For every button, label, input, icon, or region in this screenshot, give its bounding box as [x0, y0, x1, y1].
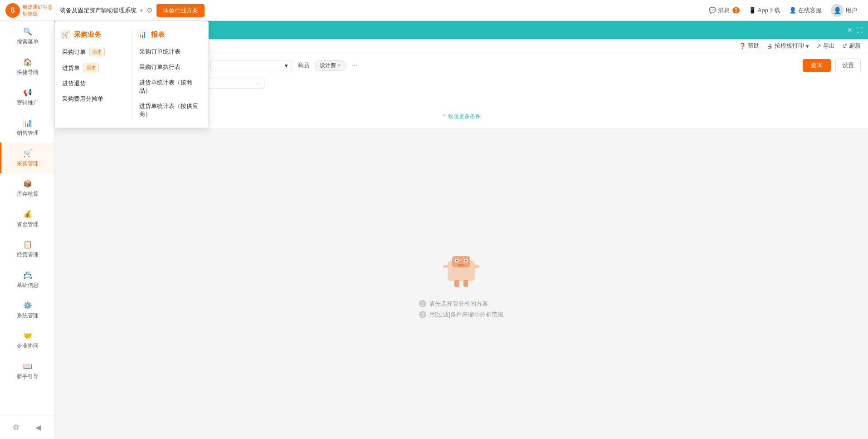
empty-illustration [439, 247, 484, 292]
system-icon: ⚙️ [23, 300, 33, 310]
status-placeholder [215, 62, 282, 69]
goods-dots[interactable]: ··· [351, 61, 357, 69]
top-bar-title-area: 装备及固定资产辅助管理系统 ▾ ⚙ 体验行业方案 [60, 4, 709, 17]
help-action[interactable]: ❓ 帮助 [739, 42, 760, 50]
sidebar-item-operations[interactable]: 📋 经营管理 [0, 234, 54, 264]
svg-rect-6 [458, 264, 465, 266]
sidebar-item-label: 经营管理 [17, 251, 39, 259]
menu-item-goods-stats-by-supplier[interactable]: 进货单统计表（按供应商） [137, 99, 203, 122]
logo-text: 畅捷通好生意 标准版 [23, 4, 53, 17]
cooperation-icon: 🤝 [23, 330, 33, 340]
logo-area: 6 畅捷通好生意 标准版 [5, 3, 60, 18]
export-action[interactable]: ↗ 导出 [816, 42, 835, 50]
sidebar-bottom: ⚙ ◀ [0, 415, 54, 439]
export-icon: ↗ [816, 43, 821, 49]
top-bar: 6 畅捷通好生意 标准版 装备及固定资产辅助管理系统 ▾ ⚙ 体验行业方案 💬 … [0, 0, 868, 21]
avatar: 👤 [831, 4, 844, 17]
basic-info-icon: 📇 [23, 270, 33, 280]
system-title: 装备及固定资产辅助管理系统 [60, 6, 137, 15]
title-dropdown-arrow[interactable]: ▾ [140, 7, 143, 14]
svg-point-4 [456, 260, 458, 261]
svg-rect-10 [463, 280, 468, 287]
app-download-action[interactable]: 📱 App下载 [749, 6, 780, 15]
purchase-dropdown-menu: 🛒 采购业务 采购订单 历史 进货单 历史 进货退货 采购费用分摊单 📊 报表 [54, 21, 209, 128]
sidebar-item-inventory[interactable]: 📦 库存核算 [0, 173, 54, 203]
message-badge: 5 [732, 7, 740, 13]
sidebar-item-purchase[interactable]: 🛒 采购管理 [0, 143, 54, 173]
print-arrow[interactable]: ▾ [806, 43, 809, 49]
service-icon: 👤 [789, 7, 796, 14]
set-button[interactable]: 设置 [835, 59, 861, 72]
salesperson-input[interactable]: ··· [201, 78, 264, 89]
sidebar-item-label: 采购管理 [17, 160, 39, 168]
sidebar-item-system[interactable]: ⚙️ 系统管理 [0, 295, 54, 325]
sidebar-item-label: 营销推广 [17, 99, 39, 107]
window-max-btn[interactable]: ⛶ [856, 26, 863, 34]
home-icon: 🏠 [23, 57, 33, 67]
menu-item-goods-receipt[interactable]: 进货单 历史 [60, 60, 126, 76]
sales-icon: 📊 [23, 118, 33, 128]
inventory-icon: 📦 [23, 178, 33, 188]
status-arrow: ▾ [285, 62, 288, 69]
guide-icon: 📖 [23, 361, 33, 371]
window-close-btn[interactable]: ✕ [847, 26, 853, 34]
tip-num-1: 1 [419, 300, 426, 307]
reports-col-icon: 📊 [137, 30, 147, 39]
sidebar-item-search[interactable]: 🔍 搜索菜单 [0, 21, 54, 51]
sidebar-item-basic-info[interactable]: 📇 基础信息 [0, 264, 54, 295]
svg-rect-9 [454, 280, 459, 287]
user-action[interactable]: 👤 用户 [831, 4, 857, 17]
settings-icon[interactable]: ⚙ [146, 6, 153, 15]
sidebar-item-sales[interactable]: 📊 销售管理 [0, 112, 54, 143]
sidebar-item-quick-nav[interactable]: 🏠 快捷导航 [0, 51, 54, 82]
sidebar-menu: 🔍 搜索菜单 🏠 快捷导航 📢 营销推广 📊 销售管理 🛒 采购管理 📦 [0, 21, 54, 415]
sidebar-settings-btn[interactable]: ⚙ [9, 420, 23, 434]
goods-tag-close[interactable]: × [338, 62, 341, 69]
collapse-icon: ⌃ [442, 113, 447, 120]
svg-point-5 [465, 260, 467, 261]
col-header-reports: 📊 报表 [137, 27, 203, 44]
sidebar-item-cooperation[interactable]: 🤝 企业协同 [0, 325, 54, 355]
sidebar-item-guide[interactable]: 📖 新手引导 [0, 355, 54, 386]
print-action[interactable]: 🖨 按模板打印 ▾ [767, 42, 809, 50]
sidebar-collapse-btn[interactable]: ◀ [31, 420, 45, 434]
refresh-action[interactable]: ↺ 刷新 [842, 42, 861, 50]
status-select[interactable]: ▾ [210, 60, 292, 71]
svg-rect-8 [474, 265, 479, 268]
menu-item-purchase-order[interactable]: 采购订单 历史 [60, 44, 126, 60]
sidebar-item-label: 搜索菜单 [17, 38, 39, 46]
history-tag-2: 历史 [83, 64, 99, 72]
message-action[interactable]: 💬 消息 5 [709, 6, 740, 15]
sidebar-item-label: 企业协同 [17, 342, 39, 350]
purchase-col-icon: 🛒 [60, 30, 70, 39]
message-icon: 💬 [709, 7, 716, 14]
menu-item-goods-stats-by-product[interactable]: 进货单统计表（按商品） [137, 75, 203, 99]
refresh-icon: ↺ [842, 43, 847, 49]
sidebar-item-label: 新手引导 [17, 373, 39, 380]
purchase-col-title: 采购业务 [74, 30, 101, 39]
sidebar: 🔍 搜索菜单 🏠 快捷导航 📢 营销推广 📊 销售管理 🛒 采购管理 📦 [0, 21, 54, 439]
menu-item-goods-return[interactable]: 进货退货 [60, 76, 126, 91]
sidebar-item-marketing[interactable]: 📢 营销推广 [0, 82, 54, 112]
goods-label: 商品 [297, 61, 309, 69]
sidebar-item-label: 资金管理 [17, 221, 39, 228]
logo-icon: 6 [5, 3, 20, 18]
menu-item-purchase-expense[interactable]: 采购费用分摊单 [60, 91, 126, 107]
dropdown-col-purchase: 🛒 采购业务 采购订单 历史 进货单 历史 进货退货 采购费用分摊单 [55, 27, 132, 122]
operations-icon: 📋 [23, 239, 33, 249]
goods-tag: 设计费 × [315, 60, 346, 71]
sidebar-item-label: 基础信息 [17, 281, 39, 289]
finance-icon: 💰 [23, 209, 33, 219]
phone-icon: 📱 [749, 7, 756, 14]
online-service-action[interactable]: 👤 在线客服 [789, 6, 822, 15]
history-tag: 历史 [89, 48, 105, 56]
industry-button[interactable]: 体验行业方案 [156, 4, 205, 17]
menu-item-po-stats[interactable]: 采购订单统计表 [137, 44, 203, 59]
sidebar-item-label: 销售管理 [17, 129, 39, 137]
purchase-icon: 🛒 [23, 148, 33, 158]
menu-item-po-exec[interactable]: 采购订单执行表 [137, 59, 203, 75]
salesperson-dots[interactable]: ··· [255, 80, 260, 87]
dropdown-overlay: 🛒 采购业务 采购订单 历史 进货单 历史 进货退货 采购费用分摊单 📊 报表 [54, 21, 209, 128]
sidebar-item-finance[interactable]: 💰 资金管理 [0, 203, 54, 234]
query-button[interactable]: 查询 [803, 59, 831, 72]
